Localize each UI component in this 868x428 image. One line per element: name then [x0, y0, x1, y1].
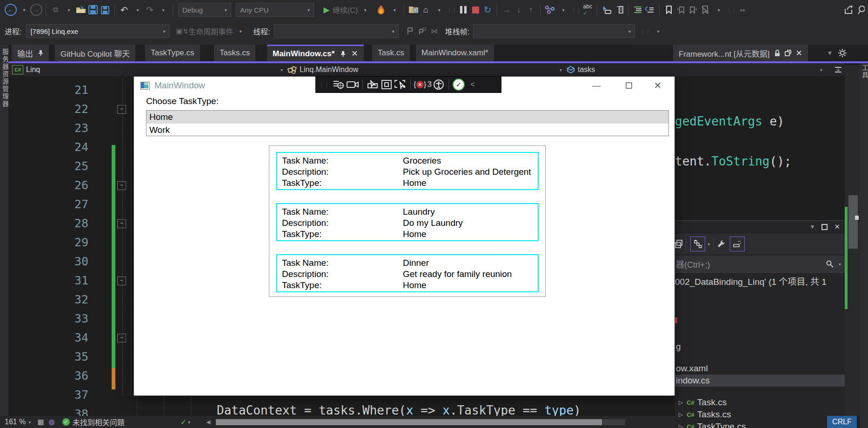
maximize-button[interactable] [616, 77, 642, 94]
preview-selected-items-icon[interactable] [730, 237, 745, 251]
collapse-region-toggle[interactable]: − [117, 277, 126, 285]
expander-icon[interactable]: ▷ [679, 423, 683, 428]
horizontal-scrollbar-thumb[interactable] [216, 419, 602, 425]
close-button[interactable]: ✕ [645, 77, 671, 94]
tab-tasks-cs[interactable]: Tasks.cs [214, 45, 255, 61]
sync-dropdown[interactable]: ▾ [708, 242, 710, 247]
continue-debug-label[interactable]: 继续(C) [333, 3, 358, 17]
tab-github-copilot-chat[interactable]: GitHub Copilot 聊天 [55, 45, 135, 61]
collapse-region-toggle[interactable]: − [117, 219, 126, 228]
collapse-region-toggle[interactable]: − [117, 181, 126, 190]
redo-dropdown[interactable]: ▾ [157, 3, 169, 17]
close-icon[interactable]: ✕ [796, 48, 802, 58]
line-ending-indicator[interactable]: CRLF [827, 416, 857, 428]
share-icon[interactable] [843, 3, 855, 17]
restart-icon[interactable]: ↻ [481, 3, 494, 17]
tree-item-task-cs[interactable]: ▷ C# Task.cs [675, 396, 845, 408]
screenshot-camera-icon[interactable] [346, 78, 360, 92]
save-icon[interactable] [87, 3, 99, 17]
track-focused-element-icon[interactable] [394, 78, 407, 92]
close-icon[interactable]: ✕ [351, 49, 358, 59]
tree-item-mainwindow-cs-selected[interactable]: indow.cs [675, 375, 845, 387]
continue-dropdown[interactable]: ▾ [359, 3, 371, 17]
navigate-back-dropdown[interactable]: ▾ [18, 3, 30, 17]
redo-icon[interactable]: ↷ [144, 3, 156, 17]
switch-views-icon[interactable] [675, 240, 682, 248]
save-all-icon[interactable] [99, 3, 111, 17]
tab-mainwindow-cs[interactable]: MainWindow.cs* ✕ [267, 45, 364, 61]
solution-platform-combo[interactable]: Any CPU▾ [236, 3, 314, 17]
new-project-dropdown[interactable]: ▾ [63, 3, 75, 17]
next-bookmark-icon[interactable] [687, 3, 699, 17]
code-map-dropdown[interactable]: ▾ [557, 3, 569, 17]
navigate-back-button[interactable]: ← [5, 3, 17, 17]
collapse-overlay-chevron[interactable]: < [466, 78, 480, 92]
sync-with-active-document-icon[interactable] [690, 237, 705, 251]
toolbar-overflow-chevrons[interactable]: ▸▸ [737, 3, 749, 17]
step-over-icon[interactable]: → [501, 3, 513, 17]
tab-tasktype-cs[interactable]: TaskType.cs [145, 45, 200, 61]
lifecycle-events-label[interactable]: 生命周期事件 [188, 24, 233, 38]
live-share-icon[interactable]: ◍ [49, 418, 55, 426]
code-health-check-icon[interactable]: ✓ [180, 418, 187, 427]
feedback-icon[interactable] [855, 3, 867, 17]
member-dropdown[interactable]: tasks ▾ [562, 63, 822, 76]
close-panel-icon[interactable]: ✕ [834, 223, 840, 231]
zoom-dropdown[interactable]: ▾ [28, 420, 31, 425]
stack-frame-combo[interactable]: ▾ [473, 24, 635, 38]
select-element-icon[interactable] [366, 78, 380, 92]
lifecycle-events-dropdown[interactable]: ▾ [234, 24, 247, 38]
tab-mainwindow-xaml[interactable]: MainWindow.xaml* [416, 45, 494, 61]
tree-item-tasks-cs[interactable]: ▷ C# Tasks.cs [675, 408, 845, 421]
toggle-bookmark-icon[interactable] [663, 3, 675, 17]
overlay-grip[interactable]: ⋮⋮ [319, 81, 329, 88]
tab-output[interactable]: 输出 [12, 45, 49, 61]
stop-debug-icon[interactable] [469, 3, 481, 17]
display-layout-adorners-icon[interactable] [380, 78, 394, 92]
lifecycle-events-icon[interactable]: ▣↯ [176, 24, 188, 38]
pin-icon[interactable] [38, 50, 43, 56]
hot-reload-dropdown[interactable]: ▾ [388, 3, 401, 17]
editor-vertical-scrollbar[interactable] [845, 65, 860, 416]
thread-combo[interactable]: ▾ [274, 24, 399, 38]
clear-bookmarks-icon[interactable] [699, 3, 711, 17]
tree-item-fragment[interactable]: g [675, 341, 845, 353]
tree-item-mainwindow-xaml[interactable]: ow.xaml [675, 362, 845, 375]
new-project-icon[interactable]: ⧉ [49, 3, 61, 17]
app-window-home-icon[interactable]: ⌂ [420, 3, 432, 17]
collapse-region-toggle[interactable]: − [117, 334, 126, 342]
previous-bookmark-icon[interactable] [675, 3, 687, 17]
indent-lines-icon[interactable] [632, 3, 644, 17]
toolbar-grip[interactable]: ⋮⋮ [569, 3, 581, 17]
xaml-binding-failures-icon[interactable]: { ✕ } 3 [414, 78, 432, 92]
expander-icon[interactable]: ▷ [679, 411, 683, 418]
code-map-icon[interactable] [544, 3, 556, 17]
spell-check-icon[interactable]: abc✓ [581, 3, 594, 17]
select-element-tool-icon[interactable] [601, 3, 613, 17]
tree-item-tasktype-cs[interactable]: ▷ C# TaskType.cs [675, 421, 845, 428]
type-dropdown[interactable]: Linq.MainWindow ▾ [283, 63, 562, 76]
solution-search-box[interactable]: 器(Ctrl+;) ▾ [675, 256, 845, 273]
toolbar-grip[interactable]: ⋮⋮ [725, 3, 737, 17]
undo-icon[interactable]: ↶ [118, 3, 130, 17]
step-into-icon[interactable]: ↓ [513, 3, 525, 17]
project-dropdown[interactable]: C# Linq ▾ [8, 63, 283, 76]
browse-elements-icon[interactable] [407, 3, 420, 17]
format-document-icon[interactable] [613, 3, 625, 17]
open-folder-icon[interactable] [75, 3, 87, 17]
listbox-item-home-selected[interactable]: Home [147, 111, 668, 124]
pause-icon[interactable] [457, 3, 469, 17]
toolbar-options-dropdown[interactable]: ▾ [652, 24, 664, 38]
zoom-level[interactable]: 161 % [5, 418, 26, 426]
step-out-icon[interactable]: ↑ [525, 3, 537, 17]
collapse-region-toggle[interactable]: − [117, 105, 126, 114]
unindent-lines-icon[interactable] [644, 3, 656, 17]
solution-node[interactable]: 002_DataBinding_Linq' (1 个项目, 共 1 [675, 275, 845, 287]
go-to-live-visual-tree-icon[interactable] [332, 78, 346, 92]
tasktype-listbox[interactable]: Home Work [146, 110, 669, 136]
problems-status-text[interactable]: 未找到相关问题 [73, 416, 125, 428]
scroll-left-arrow[interactable]: ◀ [206, 419, 210, 425]
maximize-panel-icon[interactable] [821, 224, 828, 230]
promote-tab-icon[interactable] [785, 50, 791, 56]
enable-inapp-toolbar-check-icon[interactable]: ✓ [452, 78, 466, 92]
